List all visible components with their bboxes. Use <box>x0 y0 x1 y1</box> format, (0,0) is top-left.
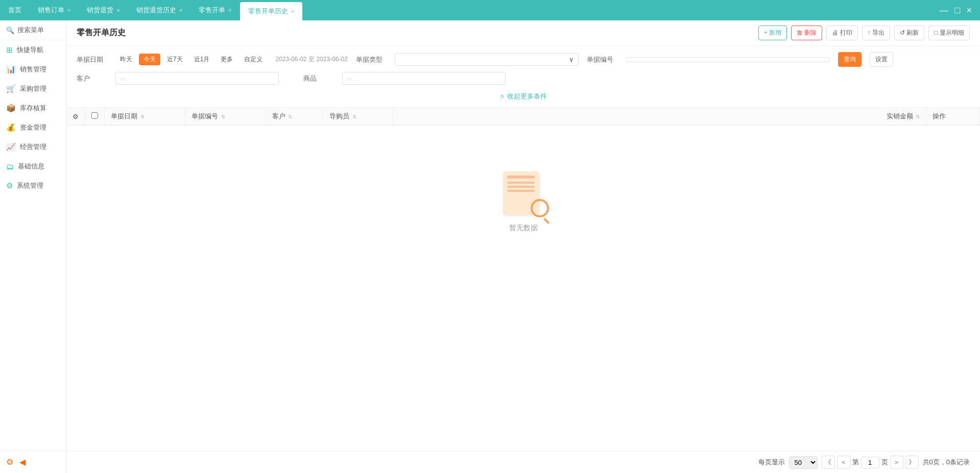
window-maximize-btn[interactable]: □ <box>955 5 961 16</box>
add-button[interactable]: + 新增 <box>758 26 787 40</box>
pagination-summary: 共0页，0条记录 <box>923 458 970 467</box>
query-button[interactable]: 查询 <box>838 52 862 67</box>
page-title: 零售开单历史 <box>77 28 758 38</box>
sort-date-icon: ⇅ <box>140 114 145 119</box>
sidebar-item-purchase-mgmt[interactable]: 🛒 采购管理 <box>0 79 66 98</box>
purchase-icon: 🛒 <box>6 84 16 93</box>
date-btn-7days[interactable]: 近7天 <box>162 54 187 65</box>
empty-search-icon <box>531 199 549 217</box>
sidebar-item-label: 经营管理 <box>20 142 46 152</box>
sidebar-item-label: 库存核算 <box>20 104 46 113</box>
per-page-select[interactable]: 50 10 20 100 <box>789 456 818 469</box>
page-header: 零售开单历史 + 新增 🗑 删除 🖨 打印 ↑ 导出 ↺ 刷新 □ 显示明细 <box>66 20 980 46</box>
print-button[interactable]: 🖨 打印 <box>826 26 857 40</box>
table-th-date[interactable]: 单据日期 ⇅ <box>105 108 185 126</box>
sidebar: 🔍 搜索菜单 ⊞ 快捷导航 📊 销售管理 🛒 采购管理 📦 库存核算 💰 资金管… <box>0 20 66 473</box>
close-tab-sales-return-history[interactable]: × <box>179 7 182 13</box>
delete-button[interactable]: 🗑 删除 <box>791 26 822 40</box>
content-area: 零售开单历史 + 新增 🗑 删除 🖨 打印 ↑ 导出 ↺ 刷新 □ 显示明细 单… <box>66 20 980 473</box>
basic-info-icon: 🗂 <box>6 162 14 171</box>
inventory-icon: 📦 <box>6 104 16 113</box>
table-th-checkbox[interactable] <box>85 108 105 126</box>
empty-state: 暂无数据 <box>66 126 980 273</box>
table-th-customer[interactable]: 客户 ⇅ <box>266 108 323 126</box>
sidebar-item-finance[interactable]: 💰 资金管理 <box>0 118 66 137</box>
first-page-btn[interactable]: 《 <box>822 456 835 469</box>
sys-icon: ⚙ <box>6 181 13 190</box>
close-tab-sales-order[interactable]: × <box>67 7 70 13</box>
date-btn-1month[interactable]: 近1月 <box>189 54 214 65</box>
refresh-button[interactable]: ↺ 刷新 <box>894 26 924 40</box>
close-tab-retail-open-history[interactable]: × <box>291 8 294 14</box>
table-th-settings[interactable]: ⚙ <box>66 108 85 126</box>
date-btn-yesterday[interactable]: 昨天 <box>115 54 137 65</box>
search-icon: 🔍 <box>6 27 14 34</box>
date-range-display: 2023-06-02 至 2023-06-02 <box>275 55 347 64</box>
table-th-guide[interactable]: 导购员 ⇅ <box>323 108 392 126</box>
sidebar-item-quick-nav[interactable]: ⊞ 快捷导航 <box>0 40 66 60</box>
settings-icon[interactable]: ⚙ <box>6 457 13 467</box>
sidebar-item-basic-info[interactable]: 🗂 基础信息 <box>0 157 66 176</box>
table-th-amount[interactable]: 实销金额 ⇅ <box>392 108 926 126</box>
sidebar-search[interactable]: 🔍 搜索菜单 <box>0 20 66 40</box>
sidebar-item-inventory[interactable]: 📦 库存核算 <box>0 98 66 118</box>
goods-input-value: ··· <box>347 74 352 82</box>
prev-page-btn[interactable]: ＜ <box>837 456 850 469</box>
sort-number-icon: ⇅ <box>221 114 225 119</box>
date-btn-custom[interactable]: 自定义 <box>240 54 267 65</box>
sidebar-item-label: 系统管理 <box>17 181 43 190</box>
tab-retail-open[interactable]: 零售开单 × <box>190 0 240 20</box>
pagination-bar: 每页显示 50 10 20 100 《 ＜ 第 页 ＞ 》 共0页，0条记录 <box>66 451 980 473</box>
date-btn-today[interactable]: 今天 <box>139 54 160 65</box>
sort-amount-icon: ⇅ <box>916 114 920 119</box>
goods-filter-label: 商品 <box>303 74 334 83</box>
sidebar-item-sys-mgmt[interactable]: ⚙ 系统管理 <box>0 176 66 195</box>
settings-filter-button[interactable]: 设置 <box>870 52 893 67</box>
top-bar: 首页 销售订单 × 销货退货 × 销货退货历史 × 零售开单 × 零售开单历史 … <box>0 0 980 20</box>
select-all-checkbox[interactable] <box>91 112 98 119</box>
collapse-bar[interactable]: ∧ 收起更多条件 <box>77 90 970 103</box>
table-th-number[interactable]: 单据编号 ⇅ <box>185 108 266 126</box>
sidebar-item-sales-mgmt[interactable]: 📊 销售管理 <box>0 60 66 79</box>
tab-sales-return-history[interactable]: 销货退货历史 × <box>128 0 190 20</box>
number-filter-label: 单据编号 <box>587 55 617 64</box>
page-input[interactable] <box>861 457 879 468</box>
page-nav: 《 ＜ 第 页 ＞ 》 <box>822 456 919 469</box>
goods-filter-input[interactable]: ··· <box>342 72 506 85</box>
header-actions: + 新增 🗑 删除 🖨 打印 ↑ 导出 ↺ 刷新 □ 显示明细 <box>758 26 970 40</box>
tab-sales-return[interactable]: 销货退货 × <box>79 0 128 20</box>
type-filter-select[interactable]: ∨ <box>395 53 579 66</box>
date-filter-label: 单据日期 <box>77 55 107 64</box>
next-page-btn[interactable]: ＞ <box>890 456 903 469</box>
sidebar-item-operation[interactable]: 📈 经营管理 <box>0 137 66 157</box>
filter-area: 单据日期 昨天 今天 近7天 近1月 更多 自定义 2023-06-02 至 2… <box>66 46 980 108</box>
operation-icon: 📈 <box>6 142 16 152</box>
number-filter-input[interactable] <box>626 57 830 62</box>
display-detail-button[interactable]: □ 显示明细 <box>928 26 970 40</box>
customer-input-value: ··· <box>120 74 126 82</box>
empty-text: 暂无数据 <box>509 223 538 233</box>
tab-retail-open-history[interactable]: 零售开单历史 × <box>240 2 302 20</box>
page-label: 第 <box>852 458 859 467</box>
collapse-icon[interactable]: ◀ <box>19 457 26 467</box>
export-button[interactable]: ↑ 导出 <box>862 26 890 40</box>
last-page-btn[interactable]: 》 <box>905 456 919 469</box>
window-minimize-btn[interactable]: — <box>940 5 949 16</box>
window-close-btn[interactable]: × <box>966 5 972 16</box>
tab-home[interactable]: 首页 <box>0 0 30 20</box>
table-area: ⚙ 单据日期 ⇅ 单据编号 ⇅ 客户 <box>66 108 980 451</box>
empty-illustration <box>498 166 549 217</box>
sales-icon: 📊 <box>6 65 16 74</box>
date-filter-buttons: 昨天 今天 近7天 近1月 更多 自定义 <box>115 54 267 65</box>
tab-sales-order[interactable]: 销售订单 × <box>30 0 79 20</box>
finance-icon: 💰 <box>6 123 16 132</box>
close-tab-sales-return[interactable]: × <box>116 7 119 13</box>
sidebar-item-label: 销售管理 <box>20 65 46 74</box>
per-page-label: 每页显示 <box>758 458 785 467</box>
sidebar-item-label: 资金管理 <box>20 123 46 132</box>
close-tab-retail-open[interactable]: × <box>228 7 231 13</box>
date-btn-more[interactable]: 更多 <box>216 54 237 65</box>
sidebar-bottom: ⚙ ◀ <box>0 451 66 473</box>
customer-filter-input[interactable]: ··· <box>115 72 279 85</box>
collapse-label: ∧ 收起更多条件 <box>499 92 547 101</box>
